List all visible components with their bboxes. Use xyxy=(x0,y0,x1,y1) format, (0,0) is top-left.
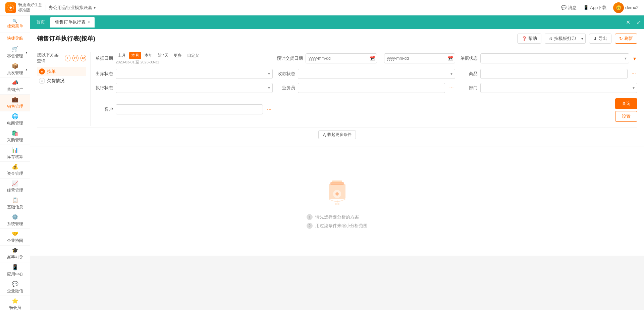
purchase-icon: 🛍️ xyxy=(12,130,18,136)
wechat-icon: 💬 xyxy=(12,281,18,287)
quick-this-month[interactable]: 本月 xyxy=(129,52,141,59)
tab-home[interactable]: 首页 xyxy=(32,17,50,28)
scheme-arrears[interactable]: ○ 欠货情况 xyxy=(37,76,86,86)
department-field: 部门 全部 xyxy=(459,83,637,93)
tab-close-button[interactable]: ✕ xyxy=(624,18,632,26)
quick-nav[interactable]: 快捷导航 xyxy=(0,33,30,44)
bill-status-select[interactable]: 全部 草稿 审核中 已审核 作废 xyxy=(480,53,629,63)
sidebar-item-purchase[interactable]: 🛍️ 采购管理 xyxy=(0,128,30,145)
salesperson-label: 业务员 xyxy=(277,85,295,91)
help-button[interactable]: ❓ 帮助 xyxy=(517,34,541,44)
shipment-status-select-wrapper: 全部 未出库 部分出库 全部出库 xyxy=(116,69,273,79)
sidebar-item-appstore[interactable]: 📱 应用中心 xyxy=(0,262,30,279)
empty-hint-2: 2 用过滤条件来缩小分析范围 xyxy=(307,223,368,229)
settings-button[interactable]: 设置 xyxy=(615,111,637,122)
empty-hints: 1 请先选择要分析的方案 2 用过滤条件来缩小分析范围 xyxy=(307,214,368,229)
tabs-bar: 首页 销售订单执行表 × ✕ ⤢ xyxy=(30,15,644,29)
collapse-button[interactable]: ⋀ 收起更多条件 xyxy=(318,130,356,139)
template-print-button[interactable]: 🖨 按模板打印 xyxy=(545,34,579,44)
quick-7-days[interactable]: 近7天 xyxy=(156,52,170,59)
sidebar: 🔍 搜索菜单 快捷导航 🛒 零售管理 📦 批发管理 📣 营销推广 💼 销售管理 … xyxy=(0,15,30,310)
scheme-by-order[interactable]: ● 按单 xyxy=(37,67,86,76)
logo-icon xyxy=(5,2,16,13)
template-print-dropdown[interactable]: ▾ xyxy=(579,34,586,44)
finance-icon: 💰 xyxy=(12,163,18,170)
tab-close-icon[interactable]: × xyxy=(88,20,90,24)
sidebar-item-newbie[interactable]: 🎓 新手引导 xyxy=(0,246,30,262)
tabs-right-actions: ✕ ⤢ xyxy=(624,18,643,26)
sidebar-item-marketing[interactable]: 📣 营销推广 xyxy=(0,78,30,95)
collapse-icon: ⋀ xyxy=(323,133,326,137)
exec-status-select-wrapper: 全部 未执行 部分执行 全部执行 xyxy=(116,83,273,93)
collapse-scheme-button[interactable]: ≪ xyxy=(80,55,86,61)
sidebar-item-wholesale[interactable]: 📦 批发管理 xyxy=(0,61,30,78)
basic-icon: 📋 xyxy=(12,197,18,203)
department-select[interactable]: 全部 xyxy=(480,83,637,93)
hint-num-1: 1 xyxy=(307,214,313,220)
header-right: 💬 消息 📱 App下载 😊 demo2 xyxy=(561,2,639,13)
page-title: 销售订单执行表(按单) xyxy=(37,35,95,43)
sidebar-item-enterprise[interactable]: 🤝 企业协同 xyxy=(0,229,30,246)
export-button[interactable]: ⬇ 导出 xyxy=(589,34,611,44)
quick-this-year[interactable]: 本年 xyxy=(143,52,155,59)
collapse-more: ⋀ 收起更多条件 xyxy=(37,127,637,142)
user-profile[interactable]: 😊 demo2 xyxy=(613,2,639,13)
sidebar-item-basic[interactable]: 📋 基础信息 xyxy=(0,195,30,212)
query-button[interactable]: 查询 xyxy=(615,98,637,109)
bill-status-field: 单据状态 全部 草稿 审核中 已审核 作废 xyxy=(459,53,637,63)
goods-label: 商品 xyxy=(459,71,478,77)
operation-icon: 📈 xyxy=(12,180,18,187)
quick-last-month[interactable]: 上月 xyxy=(116,52,128,59)
quick-custom[interactable]: 自定义 xyxy=(185,52,201,59)
ecommerce-icon: 🌐 xyxy=(12,113,18,119)
date-range-text: 2023-03-01 至 2023-03-31 xyxy=(116,60,273,65)
sidebar-item-finance[interactable]: 💰 资金管理 xyxy=(0,162,30,178)
empty-state: 1 请先选择要分析的方案 2 用过滤条件来缩小分析范围 xyxy=(30,147,644,256)
tab-sales-order[interactable]: 销售订单执行表 × xyxy=(50,17,95,28)
sidebar-item-inventory[interactable]: 📊 库存核算 xyxy=(0,145,30,162)
sidebar-item-wechat[interactable]: 💬 企业微信 xyxy=(0,279,30,296)
expected-date-end[interactable] xyxy=(384,53,455,63)
salesperson-input[interactable] xyxy=(298,83,445,93)
sidebar-item-sales[interactable]: 💼 销售管理 xyxy=(0,95,30,111)
salesperson-more[interactable]: ··· xyxy=(448,85,455,91)
exec-status-label: 执行状态 xyxy=(95,85,113,91)
refresh-button[interactable]: ↻ 刷新 xyxy=(615,34,637,44)
goods-input[interactable] xyxy=(480,69,628,79)
filter-row-2: 出库状态 全部 未出库 部分出库 全部出库 xyxy=(95,69,637,79)
receipt-status-select[interactable]: 全部 未收款 部分收款 全部收款 xyxy=(298,69,455,79)
filter-sidebar: 按以下方案查询 + ↺ ≪ ● 按单 ○ 欠货情况 xyxy=(37,52,91,126)
salesperson-field: 业务员 ··· xyxy=(277,83,455,93)
bill-status-more[interactable]: ▾ xyxy=(632,55,637,62)
sidebar-item-retail[interactable]: 🛒 零售管理 xyxy=(0,44,30,61)
enterprise-icon: 🤝 xyxy=(12,230,18,237)
marketing-icon: 📣 xyxy=(12,80,18,86)
customer-more[interactable]: ··· xyxy=(266,106,273,112)
message-button[interactable]: 💬 消息 xyxy=(561,5,577,11)
sidebar-item-ecommerce[interactable]: 🌐 电商管理 xyxy=(0,111,30,128)
refresh-scheme-button[interactable]: ↺ xyxy=(72,55,78,61)
exec-status-select[interactable]: 全部 未执行 部分执行 全部执行 xyxy=(116,83,273,93)
shipment-status-label: 出库状态 xyxy=(95,71,113,77)
exec-status-field: 执行状态 全部 未执行 部分执行 全部执行 xyxy=(95,83,273,93)
shipment-status-select[interactable]: 全部 未出库 部分出库 全部出库 xyxy=(116,69,273,79)
content-area: 首页 销售订单执行表 × ✕ ⤢ 销售订单执行表(按单) ❓ xyxy=(30,15,644,310)
expected-date-start[interactable] xyxy=(306,53,377,63)
goods-more[interactable]: ··· xyxy=(630,71,637,77)
nav-dropdown[interactable]: 办公用品行业模拟账套 ▾ xyxy=(46,5,99,11)
hint-num-2: 2 xyxy=(307,223,313,229)
bill-status-label: 单据状态 xyxy=(459,55,478,61)
add-scheme-button[interactable]: + xyxy=(65,55,70,61)
page-inner: 销售订单执行表(按单) ❓ 帮助 🖨 按模板打印 ▾ xyxy=(30,29,644,256)
sidebar-item-operation[interactable]: 📈 经营管理 xyxy=(0,178,30,195)
member-icon: ⭐ xyxy=(12,298,18,304)
customer-input[interactable] xyxy=(116,104,263,114)
filter-main: 单据日期 上月 本月 本年 近7天 更多 自定义 xyxy=(95,52,637,126)
search-menu[interactable]: 🔍 搜索菜单 xyxy=(0,15,30,33)
quick-more[interactable]: 更多 xyxy=(172,52,184,59)
sidebar-item-system[interactable]: ⚙️ 系统管理 xyxy=(0,212,30,229)
filter-row-4: 客户 ··· 查询 设置 xyxy=(95,97,637,122)
tab-maximize-button[interactable]: ⤢ xyxy=(635,18,643,26)
sidebar-item-member[interactable]: ⭐ 畅会员 xyxy=(0,296,30,310)
app-download-button[interactable]: 📱 App下载 xyxy=(583,5,606,11)
